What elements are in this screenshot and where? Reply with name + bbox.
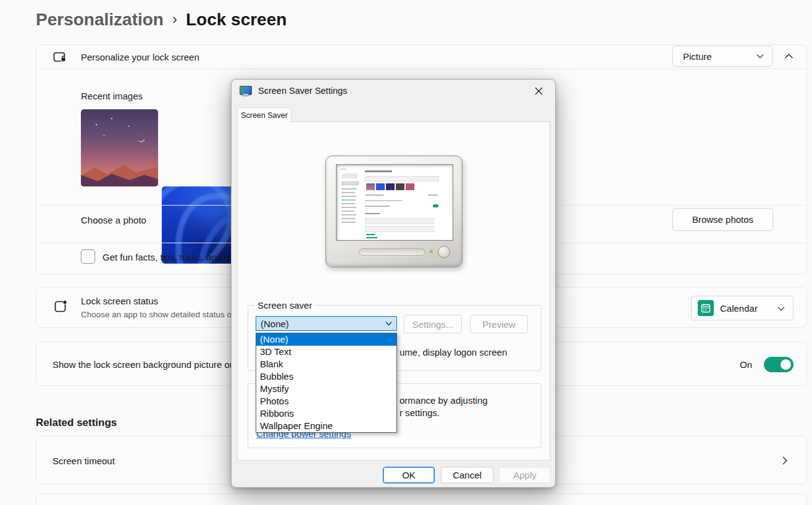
monitor-preview: [325, 156, 463, 267]
breadcrumb: Personalization › Lock screen: [36, 10, 287, 30]
recent-image-thumbnail-1[interactable]: [81, 109, 158, 186]
lock-screen-status-icon: [52, 299, 69, 315]
choose-photo-label: Choose a photo: [81, 215, 146, 225]
screensaver-option[interactable]: Blank: [256, 358, 396, 370]
breadcrumb-personalization[interactable]: Personalization: [36, 10, 164, 30]
apply-button: Apply: [499, 467, 551, 483]
monitor-preview-screen: [336, 164, 453, 241]
toggle-state-label: On: [740, 359, 752, 370]
dialog-title-bar[interactable]: Screen Saver Settings: [232, 80, 555, 102]
crescent-moon: [137, 134, 144, 141]
calendar-icon: [698, 300, 714, 316]
power-text-line2: r settings.: [400, 407, 440, 418]
dialog-title: Screen Saver Settings: [258, 86, 347, 96]
background-type-value: Picture: [673, 51, 712, 62]
chevron-right-icon: [782, 456, 788, 465]
mini-thumbnail: [366, 183, 375, 190]
tab-screen-saver[interactable]: Screen Saver: [237, 107, 291, 122]
screensaver-combobox-value: (None): [261, 319, 289, 329]
personalize-title: Personalize your lock screen: [81, 52, 199, 62]
screensaver-option[interactable]: Wallpaper Engine: [256, 420, 396, 432]
screensaver-option[interactable]: Photos: [256, 395, 396, 407]
close-icon[interactable]: [528, 83, 549, 99]
dialog-tab-page: Screen saver (None) Settings... Preview …: [237, 122, 550, 461]
next-settings-card[interactable]: [36, 493, 807, 505]
breadcrumb-separator: ›: [172, 10, 177, 28]
chevron-down-icon: [777, 306, 785, 311]
screensaver-option[interactable]: (None): [256, 333, 396, 346]
status-app-dropdown[interactable]: Calendar: [691, 296, 793, 320]
monitor-slot: [359, 248, 425, 256]
chevron-down-icon: [385, 321, 392, 326]
screensaver-option[interactable]: 3D Text: [256, 346, 396, 358]
divider: [36, 69, 806, 69]
recent-images-label: Recent images: [81, 91, 143, 101]
screen-timeout-label: Screen timeout: [52, 456, 115, 466]
lock-screen-icon: [52, 50, 69, 66]
screensaver-combobox[interactable]: (None): [256, 316, 397, 331]
screensaver-option[interactable]: Ribbons: [256, 407, 396, 420]
screen-saver-settings-dialog: Screen Saver Settings Screen Saver: [231, 79, 556, 488]
background-type-dropdown[interactable]: Picture: [672, 46, 772, 67]
screensaver-option[interactable]: Bubbles: [256, 370, 396, 383]
preview-button: Preview: [470, 315, 528, 333]
on-resume-label-fragment: ume, display logon screen: [400, 347, 507, 357]
related-settings-heading: Related settings: [36, 417, 117, 429]
screen-saver-group-label: Screen saver: [254, 300, 315, 311]
collapse-expander-button[interactable]: [784, 53, 793, 59]
screensaver-option[interactable]: Mystify: [256, 383, 396, 395]
ok-button[interactable]: OK: [383, 467, 435, 483]
show-background-toggle[interactable]: [764, 357, 793, 372]
fun-facts-checkbox[interactable]: [81, 249, 95, 264]
monitor-power-knob: [438, 246, 450, 258]
cancel-button[interactable]: Cancel: [441, 467, 493, 483]
display-app-icon: [240, 86, 252, 96]
page-title: Lock screen: [186, 10, 287, 30]
status-title: Lock screen status: [81, 296, 158, 306]
screensaver-options-list[interactable]: (None)3D TextBlankBubblesMystifyPhotosRi…: [256, 333, 397, 433]
chevron-down-icon: [756, 54, 764, 59]
power-text-line1: ormance by adjusting: [400, 395, 488, 406]
browse-photos-button[interactable]: Browse photos: [672, 208, 773, 231]
settings-button: Settings...: [404, 315, 462, 333]
settings-window: Personalization › Lock screen Personaliz…: [0, 0, 812, 505]
monitor-power-led: [430, 250, 433, 253]
